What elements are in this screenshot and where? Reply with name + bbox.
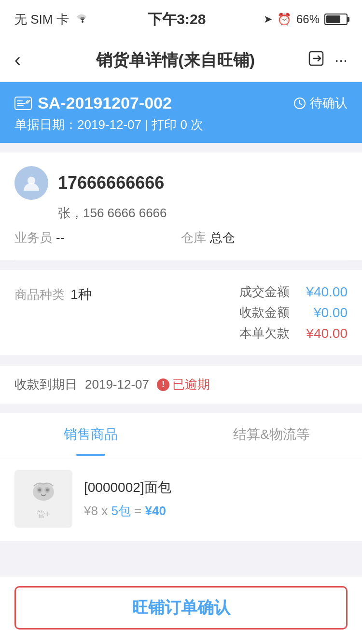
- svg-point-5: [33, 483, 54, 501]
- order-id: SA-20191207-002: [14, 94, 172, 112]
- battery-text: 66%: [296, 13, 320, 26]
- summary-section: 商品种类 1种 成交金额 ¥40.00 收款金额 ¥0.00 本单欠款 ¥40.…: [0, 270, 362, 355]
- amount-label-1: 收款金额: [239, 304, 290, 321]
- due-section: 收款到期日 2019-12-07 ! 已逾期: [0, 365, 362, 404]
- product-info: [0000002]面包 ¥8 x 5包 = ¥40: [84, 478, 348, 519]
- nav-bar: ‹ 销货单详情(来自旺铺) ···: [0, 39, 362, 82]
- tabs-section: 销售商品 结算&物流等: [0, 413, 362, 456]
- svg-point-8: [38, 489, 41, 491]
- svg-point-0: [82, 21, 84, 23]
- battery-icon: [324, 14, 348, 25]
- overdue-icon: !: [157, 378, 169, 391]
- location-icon: ➤: [264, 13, 272, 26]
- status-bar-time: 下午3:28: [148, 10, 206, 29]
- product-price: ¥8 x: [84, 504, 111, 518]
- amount-label-2: 本单欠款: [239, 325, 290, 342]
- sales-value: --: [56, 230, 64, 245]
- wifi-icon: [75, 12, 90, 27]
- order-date: 单据日期：2019-12-07 | 打印 0 次: [14, 116, 348, 133]
- product-image: 管+: [14, 470, 72, 528]
- warehouse-value: 总仓: [210, 229, 235, 246]
- product-price-row: ¥8 x 5包 = ¥40: [84, 503, 348, 519]
- confirm-btn-bar: 旺铺订单确认: [0, 576, 362, 644]
- tab-underline: [76, 454, 105, 456]
- confirm-button[interactable]: 旺铺订单确认: [14, 586, 348, 630]
- svg-point-9: [46, 489, 49, 491]
- owl-icon: [29, 477, 58, 506]
- overdue-text: 已逾期: [172, 376, 210, 393]
- customer-avatar: [14, 166, 48, 200]
- order-banner: SA-20191207-002 待确认 单据日期：2019-12-07 | 打印…: [0, 82, 362, 143]
- product-total: ¥40: [145, 504, 166, 518]
- amount-value-2: ¥40.00: [299, 326, 348, 341]
- summary-amounts: 成交金额 ¥40.00 收款金额 ¥0.00 本单欠款 ¥40.00: [239, 283, 348, 342]
- carrier-text: 无 SIM 卡: [14, 11, 69, 28]
- tab-settlement[interactable]: 结算&物流等: [181, 413, 362, 456]
- alarm-icon: ⏰: [277, 13, 292, 26]
- overdue-badge: ! 已逾期: [157, 376, 210, 393]
- amount-value-0: ¥40.00: [299, 284, 348, 300]
- product-item: 管+ [0000002]面包 ¥8 x 5包 = ¥40: [0, 456, 362, 541]
- customer-sub: 张，156 6666 6666: [58, 205, 348, 222]
- product-name: [0000002]面包: [84, 478, 348, 497]
- nav-actions: ···: [307, 50, 348, 71]
- amount-value-1: ¥0.00: [299, 305, 348, 321]
- customer-phone: 17666666666: [58, 173, 164, 193]
- sales-label: 业务员: [14, 229, 52, 246]
- tab-sales-products[interactable]: 销售商品: [0, 413, 181, 456]
- page-title: 销货单详情(来自旺铺): [96, 49, 255, 71]
- customer-meta: 业务员 -- 仓库 总仓: [14, 229, 348, 246]
- order-status: 待确认: [293, 95, 348, 112]
- warehouse-label: 仓库: [181, 229, 206, 246]
- due-label: 收款到期日: [14, 376, 77, 393]
- amount-label-0: 成交金额: [239, 283, 290, 300]
- back-button[interactable]: ‹: [14, 50, 43, 70]
- status-bar-left: 无 SIM 卡: [14, 11, 90, 28]
- product-equals: =: [131, 504, 145, 518]
- product-qty: 5包: [111, 504, 130, 518]
- due-date: 2019-12-07: [85, 377, 149, 392]
- status-bar-right: ➤ ⏰ 66%: [264, 13, 348, 26]
- share-button[interactable]: [307, 50, 325, 71]
- divider-1: [14, 260, 348, 260]
- type-value: 1种: [70, 285, 92, 304]
- brand-label: 管+: [37, 508, 51, 520]
- customer-section: 17666666666 张，156 6666 6666 业务员 -- 仓库 总仓: [0, 153, 362, 260]
- status-bar: 无 SIM 卡 下午3:28 ➤ ⏰ 66%: [0, 0, 362, 39]
- type-label: 商品种类: [14, 286, 65, 303]
- more-button[interactable]: ···: [334, 51, 348, 69]
- product-list: 管+ [0000002]面包 ¥8 x 5包 = ¥40: [0, 456, 362, 541]
